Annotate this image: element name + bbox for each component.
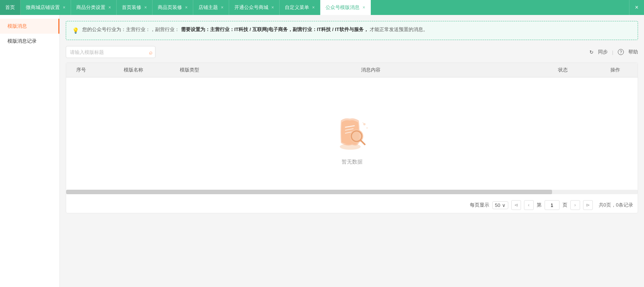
col-header-action: 操作 bbox=[593, 63, 638, 77]
table-body-empty: 暂无数据 bbox=[66, 77, 638, 190]
page-di-label: 第 bbox=[537, 202, 542, 208]
close-all-button[interactable]: × bbox=[629, 0, 644, 15]
page-number-input[interactable] bbox=[545, 200, 560, 210]
help-icon: ? bbox=[618, 49, 624, 55]
search-input[interactable] bbox=[66, 46, 155, 58]
page-size-select[interactable]: 50 ∨ bbox=[492, 201, 508, 209]
chevron-down-icon: ∨ bbox=[502, 202, 506, 208]
nav-tab-store-settings[interactable]: 微商城店铺设置 × bbox=[21, 0, 71, 15]
close-icon[interactable]: × bbox=[185, 5, 188, 10]
nav-tab-menu[interactable]: 自定义菜单 × bbox=[280, 0, 320, 15]
pagination: 每页显示 50 ∨ ⊲ ‹ 第 页 › ⊳ 共0页，0条记录 bbox=[66, 197, 638, 213]
close-icon[interactable]: × bbox=[144, 5, 147, 10]
nav-tab-theme[interactable]: 店铺主题 × bbox=[193, 0, 229, 15]
sidebar-item-template-msg[interactable]: 模版消息 bbox=[0, 19, 59, 34]
col-header-name: 模版名称 bbox=[96, 63, 171, 77]
notice-box: 💡 您的公众号行业为：主营行业：，副营行业： 需要设置为：主营行业：IT科技 /… bbox=[66, 21, 638, 40]
col-header-content: 消息内容 bbox=[208, 63, 533, 77]
notice-icon: 💡 bbox=[72, 26, 79, 35]
nav-tab-home[interactable]: 首页 bbox=[0, 0, 21, 15]
col-header-type: 模版类型 bbox=[171, 63, 208, 77]
close-icon[interactable]: × bbox=[312, 5, 315, 10]
nav-tab-product-decor[interactable]: 商品页装修 × bbox=[152, 0, 193, 15]
search-actions: ↻ 同步 | ? 帮助 bbox=[589, 49, 638, 55]
search-bar: ⌕ ↻ 同步 | ? 帮助 bbox=[66, 46, 638, 58]
search-input-wrap: ⌕ bbox=[66, 46, 155, 58]
nav-tab-home-decor[interactable]: 首页装修 × bbox=[117, 0, 152, 15]
empty-illustration bbox=[330, 109, 375, 154]
first-page-button[interactable]: ⊲ bbox=[511, 200, 521, 210]
close-icon[interactable]: × bbox=[63, 5, 65, 10]
sync-button[interactable]: 同步 bbox=[598, 49, 608, 55]
notice-text: 您的公众号行业为：主营行业：，副营行业： 需要设置为：主营行业：IT科技 / 互… bbox=[82, 26, 428, 34]
nav-tab-mall[interactable]: 开通公众号商城 × bbox=[229, 0, 280, 15]
close-icon[interactable]: × bbox=[271, 5, 274, 10]
last-page-button[interactable]: ⊳ bbox=[583, 200, 593, 210]
page-label: 页 bbox=[563, 202, 567, 208]
nav-tab-template-msg[interactable]: 公众号模版消息 × bbox=[320, 0, 371, 15]
table-header: 序号 模版名称 模版类型 消息内容 状态 操作 bbox=[66, 63, 638, 77]
col-header-seq: 序号 bbox=[66, 63, 96, 77]
scrollbar-thumb[interactable] bbox=[66, 190, 552, 194]
horizontal-scrollbar[interactable] bbox=[66, 190, 638, 194]
total-info: 共0页，0条记录 bbox=[599, 202, 633, 208]
col-header-status: 状态 bbox=[533, 63, 593, 77]
nav-tab-category[interactable]: 商品分类设置 × bbox=[71, 0, 117, 15]
close-icon[interactable]: × bbox=[363, 5, 365, 10]
svg-line-9 bbox=[363, 122, 364, 123]
sidebar: 模版消息 模版消息记录 bbox=[0, 15, 60, 287]
data-table: 序号 模版名称 模版类型 消息内容 状态 操作 bbox=[66, 62, 638, 213]
next-page-button[interactable]: › bbox=[570, 200, 580, 210]
top-nav: 首页 微商城店铺设置 × 商品分类设置 × 首页装修 × 商品页装修 × 店铺主… bbox=[0, 0, 644, 15]
help-button[interactable]: 帮助 bbox=[628, 49, 638, 55]
main-layout: 模版消息 模版消息记录 💡 您的公众号行业为：主营行业：，副营行业： 需要设置为… bbox=[0, 15, 644, 287]
close-icon[interactable]: × bbox=[221, 5, 224, 10]
svg-point-8 bbox=[366, 127, 368, 129]
search-icon[interactable]: ⌕ bbox=[149, 49, 152, 55]
empty-text: 暂无数据 bbox=[342, 159, 363, 165]
close-icon[interactable]: × bbox=[108, 5, 111, 10]
content-area: 💡 您的公众号行业为：主营行业：，副营行业： 需要设置为：主营行业：IT科技 /… bbox=[60, 15, 644, 287]
svg-line-6 bbox=[361, 140, 365, 144]
prev-page-button[interactable]: ‹ bbox=[524, 200, 534, 210]
sync-icon: ↻ bbox=[589, 49, 594, 55]
page-size-label: 每页显示 bbox=[470, 202, 489, 208]
sidebar-item-template-record[interactable]: 模版消息记录 bbox=[0, 34, 59, 49]
